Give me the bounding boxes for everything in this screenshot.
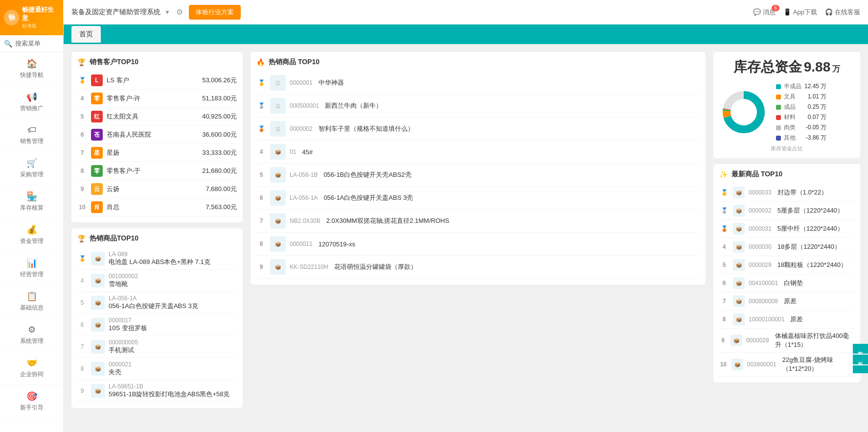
sidebar-item-销售管理[interactable]: 🏷销售管理 (0, 119, 63, 152)
newest-rank: 🥉 (719, 225, 729, 232)
newest-name: 原差 (784, 297, 797, 306)
newest-code: 000800008 (749, 298, 778, 305)
product-info: 0000021 夹壳 (109, 361, 237, 377)
product-code: LA-59651-1B (109, 383, 237, 390)
hot-rank: 7 (256, 217, 266, 224)
nav-icon: ⚙ (28, 324, 36, 335)
product-name: 056-1A白色按键开关盖ABS 3克 (109, 302, 237, 311)
sidebar-nav: 🏠快捷导航📢营销推广🏷销售管理🛒采购管理🏪库存核算💰资金管理📊经营管理📋基础信息… (0, 52, 63, 432)
trial-button[interactable]: 体验行业方案 (189, 5, 241, 20)
legend-item: 其他 -3.86 万 (776, 134, 826, 142)
newest-name: 18多层（1220*2440） (777, 242, 841, 251)
customer-amount: 7,680.00元 (206, 185, 237, 193)
hot-product-item: 6 📦 LA-056-1A 056-1A白色按键开关盖ABS 3壳 (256, 187, 700, 210)
customer-name: LS 客户 (107, 76, 198, 85)
nav-icon: 🤝 (26, 358, 37, 368)
legend-item: 成品 0.25 万 (776, 103, 826, 111)
nav-label: 营销推广 (20, 104, 44, 113)
sidebar-item-新手引导[interactable]: 🎯新手引导 (0, 385, 63, 418)
ranking-item: 🥇 L LS 客户 53,006.26元 (77, 72, 237, 90)
message-button[interactable]: 💬 消息 6 (753, 8, 776, 17)
nav-tabs: 首页 (64, 24, 868, 44)
sidebar-logo[interactable]: 畅 畅捷通好生意 标准版 (0, 0, 63, 35)
newest-name: 18颗粒板（1220*2440） (777, 261, 847, 269)
legend-value: 0.25 万 (808, 103, 827, 111)
product-item: 5 📦 LA-056-1A 056-1A白色按键开关盖ABS 3克 (77, 292, 237, 314)
app-download-button[interactable]: 📱 App下载 (783, 8, 817, 17)
hot-product-name: 12070519-xs (319, 240, 355, 248)
sidebar-item-经营管理[interactable]: 📊经营管理 (0, 252, 63, 285)
sidebar-item-快捷导航[interactable]: 🏠快捷导航 (0, 52, 63, 86)
hot-product-item: 🥉 🖼 0000002 智利车子里（规格不知道填什么） (256, 118, 700, 141)
rank-number: 5 (77, 113, 87, 120)
legend-item: 肉类 -0.05 万 (776, 123, 826, 132)
newest-icon: ✨ (719, 170, 728, 178)
product-thumbnail: 📦 (91, 340, 105, 354)
nav-label: 经营管理 (20, 270, 44, 279)
customer-ranking-list: 🥇 L LS 客户 53,006.26元 4 零 零售客户-许 51,183.0… (77, 72, 237, 216)
customer-name: 零售客户-许 (107, 94, 198, 103)
nav-label: 系统管理 (20, 337, 44, 345)
tab-home[interactable]: 首页 (71, 26, 101, 43)
float-live[interactable]: 直播 (853, 365, 868, 373)
sidebar-item-系统管理[interactable]: ⚙系统管理 (0, 318, 63, 352)
product-rank: 6 (77, 321, 87, 328)
product-rank: 4 (77, 277, 87, 284)
sidebar-search[interactable]: 🔍 搜索菜单 (0, 35, 63, 52)
customer-amount: 53,006.26元 (202, 76, 237, 85)
legend-item: 半成品 12.45 万 (776, 82, 826, 91)
newest-code: 004100001 (749, 280, 778, 287)
newest-item: 8 📦 10000100001 原差 (719, 311, 854, 329)
newest-thumb: 📦 (731, 335, 742, 346)
ranking-item: 9 云 云扬 7,680.00元 (77, 180, 237, 198)
newest-rank: 10 (719, 361, 728, 368)
sidebar-item-采购管理[interactable]: 🛒采购管理 (0, 152, 63, 185)
product-info: LA-59651-1B 59651-1B旋转投影灯电池盒ABS黑色+58克 (109, 383, 237, 399)
rank-number: 8 (77, 168, 87, 174)
trophy-icon: 🏆 (77, 58, 86, 66)
rank-number: 6 (77, 131, 87, 138)
legend-color (776, 115, 781, 120)
sidebar-item-企业协同[interactable]: 🤝企业协同 (0, 352, 63, 385)
hot-products-list: 🥇 🖼 0000001 中华神器 🥈 🖼 000500001 新西兰牛肉（新牛）… (256, 72, 700, 279)
nav-label: 资金管理 (20, 237, 44, 245)
legend-value: 0.07 万 (808, 113, 827, 121)
legend-color (776, 105, 781, 110)
product-name: 电池盖 LA-089 ABS本色+黑种 7.1克 (109, 258, 237, 266)
mid-panel: 🔥 热销商品 TOP10 🥇 🖼 0000001 中华神器 🥈 🖼 000500… (251, 52, 706, 424)
sidebar-item-营销推广[interactable]: 📢营销推广 (0, 86, 63, 119)
legend-value: -3.86 万 (806, 134, 827, 142)
online-service-button[interactable]: 🎧 在线客服 (825, 8, 860, 17)
system-name-selector[interactable]: 装备及固定资产辅助管理系统 ▼ (71, 8, 170, 17)
hot-rank: 5 (256, 171, 266, 178)
sidebar-item-库存核算[interactable]: 🏪库存核算 (0, 185, 63, 218)
nav-icon: 🏪 (26, 191, 37, 202)
newest-item: 🥉 📦 0000031 5厘中纤（1220*2440） (719, 220, 854, 238)
newest-code: 003800001 (747, 361, 777, 368)
sidebar-item-资金管理[interactable]: 💰资金管理 (0, 218, 63, 252)
hot-product-thumb: 📦 (270, 167, 286, 183)
ranking-item: 5 红 红太阳文具 40,925.00元 (77, 108, 237, 126)
settings-icon[interactable]: ⚙ (176, 7, 183, 17)
customer-avatar: 云 (91, 183, 103, 195)
ranking-item: 6 苍 苍南县人民医院 36,600.00元 (77, 126, 237, 144)
nav-icon: 🏷 (27, 125, 36, 135)
hot-rank: 6 (256, 194, 266, 201)
newest-name: 白钢垫 (784, 279, 803, 288)
hot-product-name: 45# (302, 148, 313, 156)
inventory-subtitle: 库存资金占比 (719, 145, 854, 152)
product-thumbnail: 📦 (91, 252, 105, 265)
ranking-item: 7 星 星扬 33,333.00元 (77, 144, 237, 162)
float-customer-service[interactable]: 客服热线 (853, 344, 868, 354)
newest-thumb: 📦 (733, 259, 745, 271)
hot-product-code: 0000011 (290, 240, 313, 247)
logo-icon: 畅 (4, 10, 19, 25)
hot-product-item: 9 📦 KK-SD22110H 花语萌恒温分罐罐袋（厚款） (256, 256, 700, 279)
online-label: 在线客服 (835, 8, 860, 17)
hot-rank: 4 (256, 148, 266, 155)
sidebar-item-基础信息[interactable]: 📋基础信息 (0, 285, 63, 318)
hot-product-name: 智利车子里（规格不知道填什么） (319, 124, 414, 133)
float-panel: 客服热线 服务社区 直播 (853, 344, 868, 373)
hot-product-code: 000500001 (290, 102, 319, 109)
float-community[interactable]: 服务社区 (853, 355, 868, 364)
